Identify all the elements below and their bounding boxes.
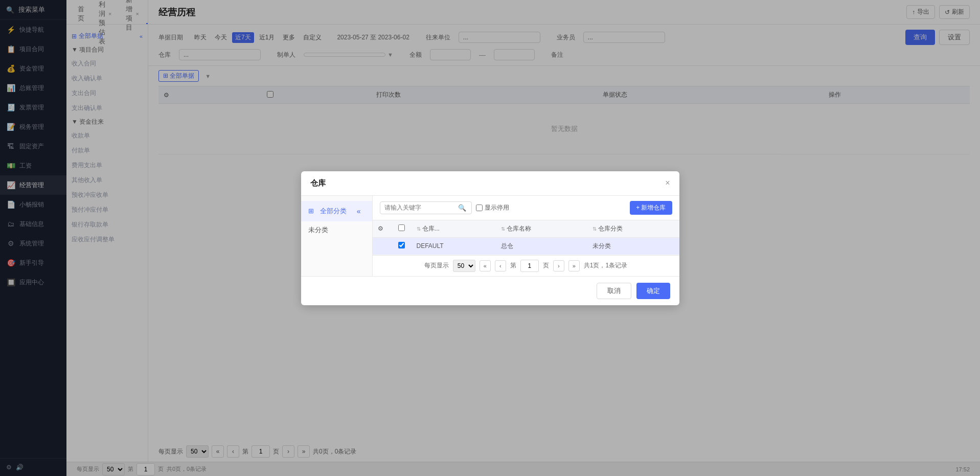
th-checkbox-dialog — [393, 220, 412, 238]
row-code: DEFAULT — [412, 237, 496, 255]
dialog-actions: 取消 确定 — [301, 276, 679, 305]
dialog-prev-page[interactable]: ‹ — [495, 260, 506, 271]
dialog-header-row: ⚙ ⇅ 仓库... ⇅ 仓库名称 — [373, 220, 679, 238]
show-disabled-checkbox[interactable] — [476, 205, 483, 211]
dialog-table-area: ⚙ ⇅ 仓库... ⇅ 仓库名称 — [373, 220, 679, 255]
dialog-search-box[interactable]: 🔍 — [380, 201, 472, 214]
all-categories-label: 全部分类 — [320, 207, 347, 216]
dialog-footer-bar: 每页显示 50 « ‹ 第 页 › » 共1页，1条记录 — [373, 255, 679, 276]
dialog-page-input[interactable] — [520, 260, 539, 272]
dialog-tbody: DEFAULT 总仓 未分类 — [373, 237, 679, 255]
row-select-checkbox[interactable] — [398, 242, 405, 248]
uncategorized-label: 未分类 — [308, 225, 328, 235]
dialog-total: 共1页，1条记录 — [584, 261, 627, 270]
dialog-last-page[interactable]: » — [568, 260, 580, 271]
row-checkbox[interactable] — [393, 237, 412, 255]
dialog-sidebar: ⊞ 全部分类 « 未分类 — [301, 196, 373, 276]
row-settings — [373, 237, 393, 255]
dialog-toolbar: 🔍 显示停用 + 新增仓库 — [373, 196, 679, 220]
dialog-body: ⊞ 全部分类 « 未分类 🔍 显示停用 — [301, 196, 679, 276]
dialog-search-icon: 🔍 — [458, 204, 466, 212]
dialog-main: 🔍 显示停用 + 新增仓库 ⚙ — [373, 196, 679, 276]
dialog-thead: ⚙ ⇅ 仓库... ⇅ 仓库名称 — [373, 220, 679, 238]
dialog-title: 仓库 — [310, 178, 326, 188]
dialog-sidebar-all[interactable]: ⊞ 全部分类 « — [301, 201, 372, 221]
table-row[interactable]: DEFAULT 总仓 未分类 — [373, 237, 679, 255]
dialog-first-page[interactable]: « — [480, 260, 491, 271]
row-category: 未分类 — [587, 237, 679, 255]
sort-icon-category: ⇅ — [592, 226, 597, 232]
dialog-page-label: 第 — [510, 261, 516, 270]
dialog-select-all[interactable] — [398, 224, 405, 231]
dialog-page-suffix: 页 — [543, 261, 549, 270]
show-disabled-label[interactable]: 显示停用 — [476, 203, 509, 212]
confirm-button[interactable]: 确定 — [636, 283, 670, 299]
sort-icon-name: ⇅ — [501, 226, 505, 232]
dialog-table: ⚙ ⇅ 仓库... ⇅ 仓库名称 — [373, 220, 679, 255]
row-name: 总仓 — [496, 237, 587, 255]
warehouse-dialog: 仓库 × ⊞ 全部分类 « 未分类 — [301, 171, 679, 305]
collapse-sidebar-icon[interactable]: « — [353, 205, 365, 217]
all-categories-icon: ⊞ — [308, 207, 314, 215]
dialog-search-input[interactable] — [384, 204, 456, 211]
dialog-next-page[interactable]: › — [553, 260, 564, 271]
sort-icon-code: ⇅ — [417, 226, 421, 232]
th-code[interactable]: ⇅ 仓库... — [412, 220, 496, 238]
dialog-per-page-label: 每页显示 — [424, 261, 449, 270]
dialog-overlay[interactable]: 仓库 × ⊞ 全部分类 « 未分类 — [0, 0, 980, 476]
dialog-per-page-select[interactable]: 50 — [453, 260, 475, 272]
dialog-sidebar-uncategorized[interactable]: 未分类 — [301, 221, 372, 239]
dialog-close-button[interactable]: × — [665, 178, 670, 188]
th-settings-dialog: ⚙ — [373, 220, 393, 238]
dialog-header: 仓库 × — [301, 171, 679, 196]
cancel-button[interactable]: 取消 — [597, 283, 631, 299]
th-category[interactable]: ⇅ 仓库分类 — [587, 220, 679, 238]
th-name[interactable]: ⇅ 仓库名称 — [496, 220, 587, 238]
add-warehouse-button[interactable]: + 新增仓库 — [630, 201, 672, 215]
